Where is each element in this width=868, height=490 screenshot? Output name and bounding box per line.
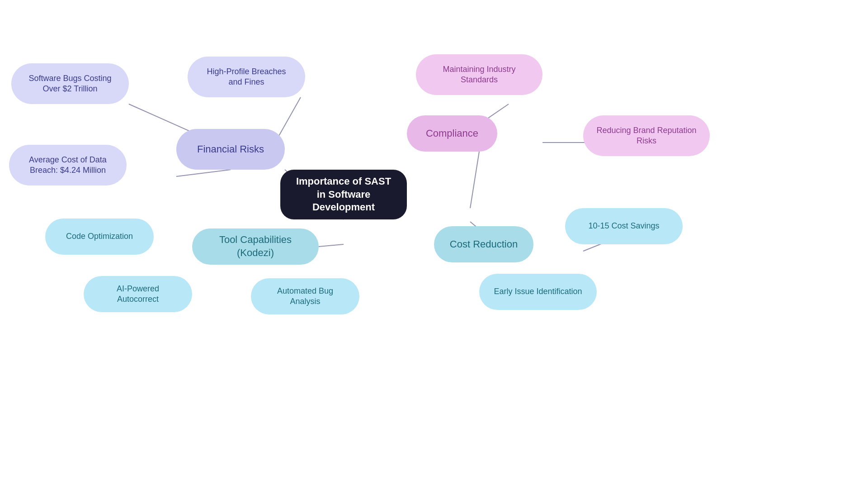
early-issue-node: Early Issue Identification — [479, 274, 597, 310]
maintaining-label: Maintaining Industry Standards — [429, 64, 530, 86]
financial-label: Financial Risks — [197, 143, 264, 156]
cost-reduction-label: Cost Reduction — [450, 238, 518, 251]
cost-reduction-node: Cost Reduction — [434, 226, 533, 262]
code-optimization-node: Code Optimization — [45, 219, 154, 255]
center-node: Importance of SAST in Software Developme… — [280, 170, 407, 219]
avg-cost-node: Average Cost of Data Breach: $4.24 Milli… — [9, 145, 127, 186]
auto-bug-node: Automated Bug Analysis — [251, 278, 359, 314]
avg-cost-label: Average Cost of Data Breach: $4.24 Milli… — [22, 155, 114, 176]
brand-reputation-node: Reducing Brand Reputation Risks — [583, 115, 710, 156]
auto-bug-label: Automated Bug Analysis — [264, 286, 347, 307]
svg-line-4 — [470, 152, 479, 208]
tool-capabilities-node: Tool Capabilities (Kodezi) — [192, 228, 319, 265]
ai-autocorrect-node: AI-Powered Autocorrect — [84, 276, 192, 312]
brand-rep-label: Reducing Brand Reputation Risks — [596, 125, 697, 147]
cost-savings-node: 10-15 Cost Savings — [565, 208, 683, 244]
software-bugs-label: Software Bugs Costing Over $2 Trillion — [24, 73, 116, 95]
early-issue-label: Early Issue Identification — [494, 286, 582, 297]
ai-label: AI-Powered Autocorrect — [96, 284, 179, 305]
high-profile-node: High-Profile Breaches and Fines — [188, 57, 305, 97]
compliance-label: Compliance — [426, 127, 478, 140]
code-opt-label: Code Optimization — [66, 231, 133, 242]
maintaining-standards-node: Maintaining Industry Standards — [416, 54, 542, 95]
tool-label: Tool Capabilities (Kodezi) — [205, 233, 306, 259]
cost-savings-label: 10-15 Cost Savings — [588, 221, 659, 231]
svg-line-3 — [176, 170, 231, 176]
high-profile-label: High-Profile Breaches and Fines — [200, 67, 292, 88]
compliance-node: Compliance — [407, 115, 497, 152]
center-label: Importance of SAST in Software Developme… — [293, 175, 394, 214]
software-bugs-node: Software Bugs Costing Over $2 Trillion — [11, 63, 129, 104]
svg-line-10 — [319, 244, 344, 247]
financial-risks-node: Financial Risks — [176, 129, 285, 170]
